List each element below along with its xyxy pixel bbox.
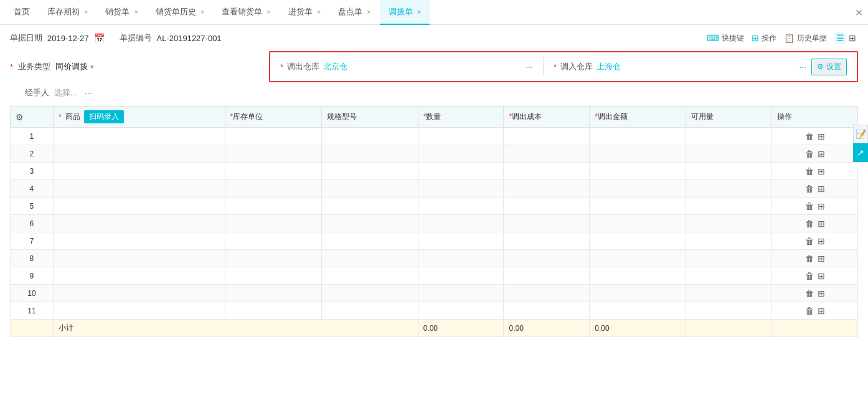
row-amount[interactable]	[590, 198, 686, 215]
delete-row-icon[interactable]: 🗑	[805, 201, 814, 211]
tab-purchase-order[interactable]: 进货单 ×	[280, 0, 329, 25]
row-amount[interactable]	[590, 215, 686, 232]
person-more-icon[interactable]: ···	[85, 88, 92, 98]
settings-button[interactable]: ⚙ 设置	[811, 59, 847, 75]
panel-notes-btn[interactable]: 📝	[853, 125, 868, 143]
copy-row-icon[interactable]: ⊞	[818, 184, 825, 194]
copy-row-icon[interactable]: ⊞	[818, 271, 825, 281]
row-unit[interactable]	[225, 285, 321, 302]
close-stocktake[interactable]: ×	[367, 8, 370, 16]
row-cost[interactable]	[504, 145, 590, 163]
row-qty[interactable]	[418, 128, 504, 145]
copy-row-icon[interactable]: ⊞	[818, 254, 825, 264]
tab-stocktake[interactable]: 盘点单 ×	[329, 0, 379, 25]
delete-row-icon[interactable]: 🗑	[805, 149, 814, 159]
delete-row-icon[interactable]: 🗑	[805, 166, 814, 176]
close-window-btn[interactable]: ✕	[855, 6, 863, 18]
row-amount[interactable]	[590, 285, 686, 302]
row-amount[interactable]	[590, 267, 686, 285]
delete-row-icon[interactable]: 🗑	[805, 306, 814, 316]
row-qty[interactable]	[418, 250, 504, 267]
row-product[interactable]	[53, 163, 225, 180]
copy-row-icon[interactable]: ⊞	[818, 219, 825, 229]
close-sales-history[interactable]: ×	[200, 8, 204, 16]
row-qty[interactable]	[418, 145, 504, 163]
row-unit[interactable]	[225, 198, 321, 215]
tab-transfer[interactable]: 调拨单 ×	[380, 0, 430, 25]
history-btn[interactable]: 📋 历史单据	[784, 33, 827, 44]
row-product[interactable]	[53, 302, 225, 320]
row-product[interactable]	[53, 198, 225, 215]
row-qty[interactable]	[418, 163, 504, 180]
row-spec[interactable]	[321, 215, 418, 232]
row-qty[interactable]	[418, 302, 504, 320]
person-select[interactable]: 选择...	[54, 87, 77, 98]
copy-row-icon[interactable]: ⊞	[818, 236, 825, 246]
row-spec[interactable]	[321, 250, 418, 267]
panel-expand-btn[interactable]: ↗	[853, 143, 868, 162]
row-product[interactable]	[53, 145, 225, 163]
row-unit[interactable]	[225, 232, 321, 250]
row-product[interactable]	[53, 215, 225, 232]
row-unit[interactable]	[225, 215, 321, 232]
close-inventory-init[interactable]: ×	[84, 8, 88, 16]
business-type-select[interactable]: 同价调拨 ▾	[55, 61, 94, 72]
row-unit[interactable]	[225, 128, 321, 145]
close-transfer[interactable]: ×	[417, 8, 421, 16]
delete-row-icon[interactable]: 🗑	[805, 271, 814, 281]
row-amount[interactable]	[590, 180, 686, 198]
row-cost[interactable]	[504, 215, 590, 232]
row-cost[interactable]	[504, 128, 590, 145]
transfer-out-more-icon[interactable]: ···	[526, 62, 533, 72]
table-scroll-area[interactable]: ⚙ * 商品 扫码录入 *库存单位 规格型号 *数量	[10, 106, 858, 337]
row-cost[interactable]	[504, 302, 590, 320]
row-amount[interactable]	[590, 128, 686, 145]
row-unit[interactable]	[225, 163, 321, 180]
tab-sales-order[interactable]: 销货单 ×	[97, 0, 146, 25]
tab-inventory-init[interactable]: 库存期初 ×	[39, 0, 97, 25]
operation-btn[interactable]: ⊞ 操作	[752, 33, 776, 44]
row-cost[interactable]	[504, 232, 590, 250]
tab-view-sales[interactable]: 查看销货单 ×	[213, 0, 279, 25]
row-unit[interactable]	[225, 145, 321, 163]
row-amount[interactable]	[590, 302, 686, 320]
row-spec[interactable]	[321, 267, 418, 285]
row-cost[interactable]	[504, 198, 590, 215]
delete-row-icon[interactable]: 🗑	[805, 236, 814, 246]
copy-row-icon[interactable]: ⊞	[818, 288, 825, 298]
row-product[interactable]	[53, 232, 225, 250]
layout-list-icon[interactable]: ☰	[834, 32, 846, 44]
row-spec[interactable]	[321, 163, 418, 180]
transfer-in-more-icon[interactable]: ···	[799, 62, 806, 72]
row-amount[interactable]	[590, 232, 686, 250]
row-cost[interactable]	[504, 250, 590, 267]
delete-row-icon[interactable]: 🗑	[805, 131, 814, 141]
row-spec[interactable]	[321, 302, 418, 320]
tab-home[interactable]: 首页	[5, 0, 39, 25]
layout-grid-icon[interactable]: ⊞	[847, 32, 858, 44]
row-unit[interactable]	[225, 302, 321, 320]
row-amount[interactable]	[590, 250, 686, 267]
row-product[interactable]	[53, 267, 225, 285]
row-spec[interactable]	[321, 128, 418, 145]
scan-button[interactable]: 扫码录入	[84, 110, 124, 123]
row-qty[interactable]	[418, 267, 504, 285]
calendar-icon[interactable]: 📅	[94, 33, 105, 43]
row-product[interactable]	[53, 180, 225, 198]
delete-row-icon[interactable]: 🗑	[805, 254, 814, 264]
copy-row-icon[interactable]: ⊞	[818, 149, 825, 159]
row-spec[interactable]	[321, 198, 418, 215]
row-unit[interactable]	[225, 267, 321, 285]
delete-row-icon[interactable]: 🗑	[805, 219, 814, 229]
row-qty[interactable]	[418, 232, 504, 250]
close-sales-order[interactable]: ×	[134, 8, 138, 16]
row-qty[interactable]	[418, 180, 504, 198]
tab-sales-history[interactable]: 销货单历史 ×	[147, 0, 213, 25]
row-product[interactable]	[53, 250, 225, 267]
close-view-sales[interactable]: ×	[267, 8, 270, 16]
copy-row-icon[interactable]: ⊞	[818, 306, 825, 316]
row-spec[interactable]	[321, 285, 418, 302]
close-purchase-order[interactable]: ×	[317, 8, 321, 16]
row-cost[interactable]	[504, 285, 590, 302]
table-gear-icon[interactable]: ⚙	[16, 112, 24, 122]
